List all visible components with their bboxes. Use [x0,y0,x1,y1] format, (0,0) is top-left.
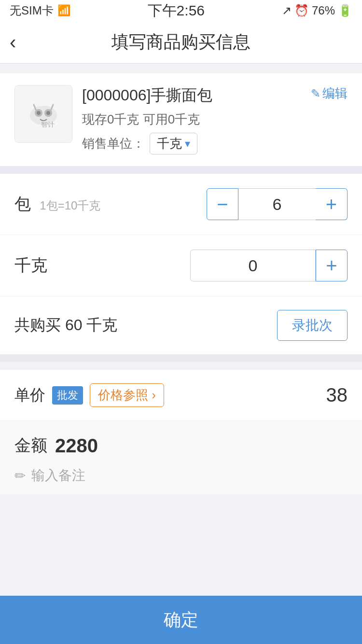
price-value: 38 [326,384,348,406]
carrier-label: 无SIM卡 [10,3,54,18]
edit-icon: ✎ [311,87,320,100]
decrease-bao-button[interactable]: − [207,188,238,220]
status-left: 无SIM卡 📶 [10,3,70,18]
batch-button[interactable]: 录批次 [277,310,348,341]
nav-bar: ‹ 填写商品购买信息 [0,21,362,64]
price-section: 单价 批发 价格参照 › 38 [0,370,362,421]
status-right: ↗ ⏰ 76% 🔋 [282,4,352,17]
edit-button[interactable]: ✎ 编辑 [311,85,348,102]
time-label: 下午2:56 [148,1,205,21]
confirm-button[interactable]: 确定 [0,596,362,644]
price-left: 单价 批发 价格参照 › [14,383,164,407]
price-reference-button[interactable]: 价格参照 › [90,383,164,407]
price-label: 单价 [14,385,45,406]
amount-row: 金额 2280 [14,434,348,457]
quantity-label-bao: 包 1包=10千克 [14,193,100,215]
quantity-control-bao: − + [207,188,348,220]
status-bar: 无SIM卡 📶 下午2:56 ↗ ⏰ 76% 🔋 [0,0,362,21]
product-info: [0000006]手撕面包 现存0千克 可用0千克 销售单位： 千克 ▾ [82,85,348,154]
quantity-label-kg: 千克 [14,254,47,277]
alarm-icon: ⏰ [294,4,309,17]
product-name: [0000006]手撕面包 [82,85,348,106]
battery-label: 76% [312,4,335,17]
section-divider-1 [0,166,362,174]
pencil-icon: ✏ [14,468,26,484]
section-divider-2 [0,354,362,362]
summary-row: 共购买 60 千克 录批次 [0,296,362,354]
amount-value: 2280 [55,435,98,457]
unit-label: 销售单位： [82,135,145,152]
product-unit-row: 销售单位： 千克 ▾ [82,133,348,154]
edit-label: 编辑 [322,85,348,102]
product-logo-icon: 智计 [27,101,60,127]
quantity-input-bao[interactable] [238,188,316,220]
battery-icon: 🔋 [338,4,352,17]
product-image: 智计 [14,85,72,143]
increase-bao-button[interactable]: + [316,188,348,220]
summary-text: 共购买 60 千克 [14,315,117,336]
svg-text:智计: 智计 [41,121,55,127]
price-type-tag: 批发 [52,386,83,405]
unit-value: 千克 [157,135,182,152]
chevron-down-icon: ▾ [185,138,190,150]
note-placeholder: 输入备注 [31,466,85,485]
location-icon: ↗ [282,4,292,17]
amount-label: 金额 [14,434,47,457]
product-stock: 现存0千克 可用0千克 [82,111,348,128]
page-title: 填写商品购买信息 [111,30,251,54]
back-button[interactable]: ‹ [10,31,16,53]
amount-section: 金额 2280 ✏ 输入备注 [0,421,362,494]
product-section: 智计 [0000006]手撕面包 现存0千克 可用0千克 销售单位： 千克 ▾ … [0,73,362,166]
quantity-input-kg[interactable] [190,250,316,281]
quantity-row-kg: 千克 + [0,235,362,296]
wifi-icon: 📶 [57,4,70,17]
quantity-control-kg: + [190,250,348,281]
note-row[interactable]: ✏ 输入备注 [14,466,348,494]
quantity-row-bao: 包 1包=10千克 − + [0,174,362,235]
quantity-hint-bao: 1包=10千克 [40,199,100,212]
svg-point-4 [46,111,50,115]
svg-point-3 [37,111,41,115]
unit-select[interactable]: 千克 ▾ [150,133,197,154]
increase-kg-button[interactable]: + [316,250,348,281]
